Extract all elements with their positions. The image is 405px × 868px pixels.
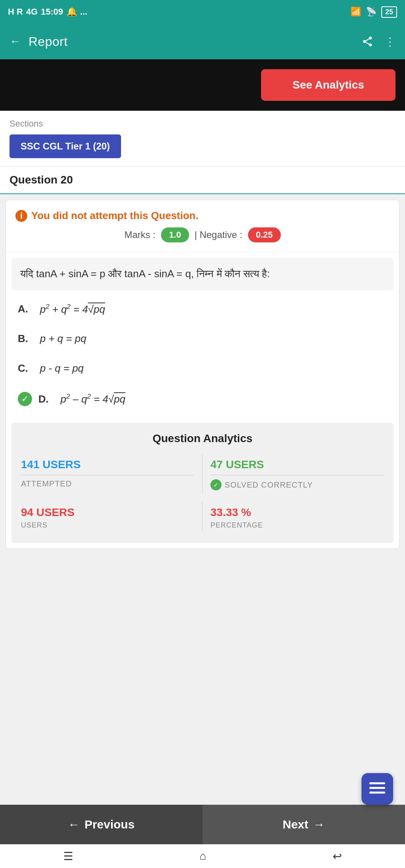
info-icon: i xyxy=(15,210,27,222)
option-d-label: D. xyxy=(38,393,54,405)
question-header: Question 20 xyxy=(0,166,405,194)
system-menu-button[interactable]: ☰ xyxy=(51,846,85,867)
option-a: A. p2 + q2 = 4√pq xyxy=(15,294,390,324)
page-title: Report xyxy=(28,34,354,49)
marks-value: 1.0 xyxy=(161,227,189,242)
system-home-button[interactable]: ⌂ xyxy=(188,846,218,866)
solved-count: 47 USERS xyxy=(210,458,384,471)
next-button[interactable]: Next → xyxy=(202,805,405,844)
marks-label: Marks : xyxy=(124,229,155,240)
prev-label: Previous xyxy=(85,818,135,831)
analytics-row2: 94 USERS USERS 33.33 % PERCENTAGE xyxy=(21,502,384,533)
alert-text: i You did not attempt this Question. xyxy=(15,210,390,222)
option-c-label: C. xyxy=(18,362,34,374)
attempted-count: 141 USERS xyxy=(21,458,194,471)
analytics-row2-users: 94 USERS USERS xyxy=(21,502,202,533)
question-analytics: Question Analytics 141 USERS ATTEMPTED 4… xyxy=(11,423,394,543)
question-card: i You did not attempt this Question. Mar… xyxy=(6,200,399,549)
svg-rect-5 xyxy=(369,792,373,794)
battery-display: 25 xyxy=(381,6,397,18)
wifi-icon: 📡 xyxy=(366,7,377,17)
share-button[interactable] xyxy=(361,36,373,47)
question-number: Question 20 xyxy=(9,174,73,186)
negative-value: 0.25 xyxy=(248,227,281,242)
row2-users-count: 94 USERS xyxy=(21,506,194,519)
sections-container: Sections SSC CGL Tier 1 (20) xyxy=(0,111,405,166)
system-navigation-bar: ☰ ⌂ ↩ xyxy=(0,844,405,868)
notification-icon: 🔔 xyxy=(66,7,77,17)
status-bar: H R 4G 15:09 🔔 ... 📶 📡 25 xyxy=(0,0,405,24)
dots-icon: ... xyxy=(80,7,87,17)
option-b-label: B. xyxy=(18,333,34,345)
next-label: Next xyxy=(282,818,308,831)
status-right: 📶 📡 25 xyxy=(350,6,397,18)
signal-icon: 📶 xyxy=(350,7,361,17)
svg-rect-4 xyxy=(369,787,373,789)
option-c-text: p - q = pq xyxy=(40,362,387,374)
system-back-button[interactable]: ↩ xyxy=(321,846,354,867)
analytics-grid: 141 USERS ATTEMPTED 47 USERS ✓ SOLVED CO… xyxy=(21,454,384,494)
option-b: B. p + q = pq xyxy=(15,324,390,354)
analytics-solved: 47 USERS ✓ SOLVED CORRECTLY xyxy=(202,454,384,494)
network-type: 4G xyxy=(26,7,38,17)
marks-row: Marks : 1.0 | Negative : 0.25 xyxy=(15,227,390,242)
navigation-bar: ← Previous Next → xyxy=(0,805,405,844)
correct-answer-icon: ✓ xyxy=(18,392,32,406)
more-options-button[interactable]: ⋮ xyxy=(384,35,396,48)
banner-row: See Analytics xyxy=(0,59,405,111)
option-a-text: p2 + q2 = 4√pq xyxy=(40,303,387,316)
solved-label: ✓ SOLVED CORRECTLY xyxy=(210,479,384,490)
option-b-text: p + q = pq xyxy=(40,333,387,345)
status-left: H R 4G 15:09 🔔 ... xyxy=(8,7,87,17)
option-d: ✓ D. p2 – q2 = 4√pq xyxy=(15,383,390,415)
app-bar: ← Report ⋮ xyxy=(0,24,405,59)
options-container: A. p2 + q2 = 4√pq B. p + q = pq C. p - q… xyxy=(6,290,399,423)
analytics-row2-pct: 33.33 % PERCENTAGE xyxy=(202,502,384,533)
row2-users-label: USERS xyxy=(21,521,194,529)
attempted-label: ATTEMPTED xyxy=(21,479,194,488)
negative-label: | Negative : xyxy=(195,229,242,240)
row2-pct-value: 33.33 % xyxy=(210,506,384,519)
alert-box: i You did not attempt this Question. Mar… xyxy=(6,200,399,252)
row2-pct-label: PERCENTAGE xyxy=(210,521,384,529)
previous-button[interactable]: ← Previous xyxy=(0,805,202,844)
option-a-label: A. xyxy=(18,303,34,315)
section-tab-ssc[interactable]: SSC CGL Tier 1 (20) xyxy=(9,134,121,158)
next-arrow: → xyxy=(313,818,325,831)
svg-rect-3 xyxy=(369,782,373,784)
time-display: 15:09 xyxy=(41,7,63,17)
option-c: C. p - q = pq xyxy=(15,354,390,383)
sections-label: Sections xyxy=(9,119,396,129)
back-button[interactable]: ← xyxy=(9,35,21,48)
see-analytics-button[interactable]: See Analytics xyxy=(261,69,396,101)
analytics-attempted: 141 USERS ATTEMPTED xyxy=(21,454,202,494)
analytics-title: Question Analytics xyxy=(21,432,384,445)
app-bar-actions: ⋮ xyxy=(361,35,396,48)
prev-arrow: ← xyxy=(68,818,80,831)
main-scroll-area[interactable]: Sections SSC CGL Tier 1 (20) Question 20… xyxy=(0,111,405,846)
option-d-text: p2 – q2 = 4√pq xyxy=(61,393,387,405)
list-fab-button[interactable] xyxy=(361,773,393,805)
question-text: यदि tanA + sinA = p और tanA - sinA = q, … xyxy=(11,258,394,290)
solved-check-icon: ✓ xyxy=(210,479,221,490)
carrier-text: H R xyxy=(8,7,23,17)
